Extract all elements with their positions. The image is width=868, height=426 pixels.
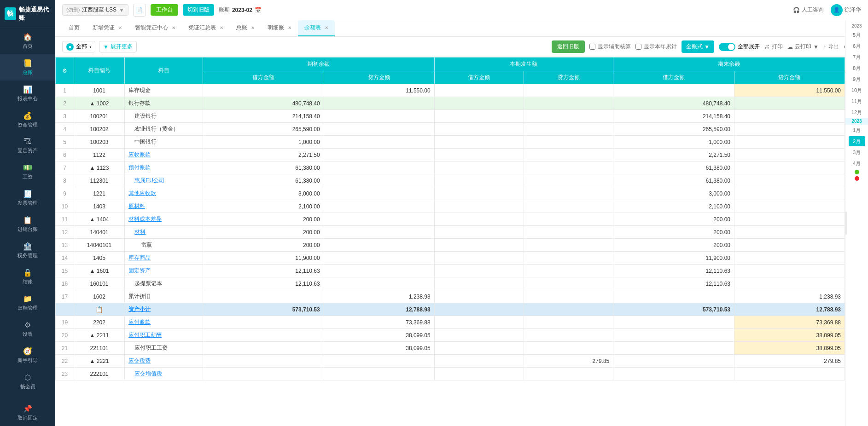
sidebar-item-invoice[interactable]: 🧾 发票管理 bbox=[0, 185, 55, 211]
account-name[interactable]: 固定资产 bbox=[125, 265, 203, 277]
account-name[interactable]: 应付账款 bbox=[125, 316, 203, 329]
month-11[interactable]: 11月 bbox=[849, 96, 865, 106]
sidebar-item-member[interactable]: ⬡ 畅会员 bbox=[0, 368, 55, 395]
tab-voucher-summary-close[interactable]: ✕ bbox=[220, 25, 223, 30]
month-5[interactable]: 5月 bbox=[849, 30, 865, 40]
sidebar-item-funds[interactable]: 💰 资金管理 bbox=[0, 107, 55, 133]
tab-smart-voucher-close[interactable]: ✕ bbox=[172, 25, 175, 30]
month-8[interactable]: 8月 bbox=[849, 63, 865, 73]
sidebar-item-settings[interactable]: ⚙ 设置 bbox=[0, 316, 55, 342]
show-aux-checkbox-group[interactable]: 显示辅助核算 bbox=[589, 43, 631, 51]
tab-new-voucher-close[interactable]: ✕ bbox=[118, 25, 122, 30]
tab-ledger[interactable]: 总账 ✕ bbox=[230, 20, 261, 36]
account-link[interactable]: 资产小计 bbox=[128, 306, 151, 312]
month-2-active[interactable]: 2月 bbox=[849, 136, 865, 146]
account-name[interactable]: 预付账款 bbox=[125, 161, 203, 174]
current-credit bbox=[524, 161, 613, 174]
tab-detail-close[interactable]: ✕ bbox=[288, 25, 291, 30]
account-link[interactable]: 材料成本差异 bbox=[128, 216, 162, 222]
workbench-button[interactable]: 工作台 bbox=[151, 4, 178, 16]
opening-debit: 12,110.63 bbox=[203, 277, 324, 290]
sidebar-item-close[interactable]: 🔒 结账 bbox=[0, 264, 55, 290]
sidebar-pin-toggle[interactable]: 📌 取消固定 bbox=[0, 400, 55, 426]
account-link[interactable]: 应交税费 bbox=[128, 357, 151, 364]
full-format-btn[interactable]: 全账式 ▼ bbox=[682, 40, 714, 53]
salary-icon: 💵 bbox=[23, 163, 32, 172]
account-name[interactable]: 应交税费 bbox=[125, 355, 203, 368]
expand-all-toggle[interactable] bbox=[719, 43, 735, 51]
account-name[interactable]: 材料 bbox=[125, 226, 203, 239]
account-name[interactable]: 应交增值税 bbox=[125, 368, 203, 380]
month-6[interactable]: 6月 bbox=[849, 41, 865, 51]
current-credit bbox=[524, 290, 613, 303]
sidebar-item-archive[interactable]: 📁 归档管理 bbox=[0, 290, 55, 316]
account-link[interactable]: 材料 bbox=[134, 229, 146, 235]
account-name[interactable]: 原材料 bbox=[125, 200, 203, 213]
company-selector[interactable]: (勿删) 江西股至-LSS ▼ bbox=[62, 4, 128, 16]
print-btn[interactable]: 🖨 打印 bbox=[764, 43, 783, 51]
tab-voucher-summary[interactable]: 凭证汇总表 ✕ bbox=[182, 20, 230, 36]
month-7[interactable]: 7月 bbox=[849, 52, 865, 62]
sidebar-item-assets[interactable]: 🏗 固定资产 bbox=[0, 133, 55, 159]
switch-version-button[interactable]: 切到旧版 bbox=[183, 4, 214, 16]
export-btn[interactable]: ↑ 导出 bbox=[823, 43, 839, 51]
topbar-doc-btn[interactable]: 📄 bbox=[133, 4, 146, 17]
account-name[interactable]: 资产小计 bbox=[125, 303, 203, 316]
sidebar-item-home[interactable]: 🏠 首页 bbox=[0, 28, 55, 54]
opening-debit: 265,590.00 bbox=[203, 123, 324, 136]
user-item[interactable]: 👤 徐泽华 bbox=[831, 4, 861, 16]
table-row: 171602累计折旧1,238.931,238.93 bbox=[56, 290, 845, 303]
cloud-print-btn[interactable]: ☁ 云打印 ▼ bbox=[787, 43, 819, 51]
account-name[interactable]: 应付职工薪酬 bbox=[125, 329, 203, 342]
show-annual-checkbox-group[interactable]: 显示本年累计 bbox=[635, 43, 677, 51]
sidebar-item-ledger[interactable]: 📒 总账 bbox=[0, 54, 55, 81]
show-aux-checkbox[interactable] bbox=[589, 44, 595, 50]
month-3[interactable]: 3月 bbox=[849, 147, 865, 157]
tab-new-voucher[interactable]: 新增凭证 ✕ bbox=[86, 20, 128, 36]
sidebar-item-tax[interactable]: 🏦 税务管理 bbox=[0, 237, 55, 264]
tab-smart-voucher[interactable]: 智能凭证中心 ✕ bbox=[128, 20, 182, 36]
account-name[interactable]: 其他应收款 bbox=[125, 187, 203, 200]
expand-more-btn[interactable]: ▼ 展开更多 bbox=[99, 41, 137, 52]
account-link[interactable]: 应付职工薪酬 bbox=[128, 332, 162, 338]
table-row: 8112301 惠属EU公司61,380.0061,380.00 bbox=[56, 174, 845, 187]
account-link[interactable]: 原材料 bbox=[128, 203, 145, 209]
current-debit bbox=[434, 123, 524, 136]
account-link[interactable]: 其他应收款 bbox=[128, 190, 156, 196]
sidebar-expand-icon[interactable]: ‹ bbox=[845, 212, 847, 235]
show-annual-checkbox[interactable] bbox=[635, 44, 641, 50]
sidebar-item-reports[interactable]: 📊 报表中心 bbox=[0, 81, 55, 107]
tab-home[interactable]: 首页 bbox=[62, 20, 86, 36]
tab-balance[interactable]: 余额表 ✕ bbox=[298, 20, 335, 36]
sidebar-item-guide[interactable]: 🧭 新手引导 bbox=[0, 342, 55, 368]
balance-table: ⚙ 科目编号 科目 期初余额 本期发生额 期末余额 借方金额 贷方金额 借方金额… bbox=[55, 57, 845, 380]
return-old-version-btn[interactable]: 返回旧版 bbox=[552, 40, 585, 53]
account-link[interactable]: 预付账款 bbox=[128, 164, 151, 171]
month-10[interactable]: 10月 bbox=[849, 85, 865, 95]
account-link[interactable]: 惠属EU公司 bbox=[134, 177, 164, 184]
month-4[interactable]: 4月 bbox=[849, 158, 865, 168]
account-link[interactable]: 应收账款 bbox=[128, 151, 151, 158]
help-item[interactable]: 🎧 人工咨询 bbox=[793, 6, 824, 14]
account-link[interactable]: 应付账款 bbox=[128, 319, 151, 325]
sidebar-item-sales[interactable]: 📋 进销台账 bbox=[0, 211, 55, 237]
account-name[interactable]: 应收账款 bbox=[125, 149, 203, 161]
month-1[interactable]: 1月 bbox=[849, 125, 865, 135]
row-number: 5 bbox=[56, 136, 74, 149]
account-name[interactable]: 材料成本差异 bbox=[125, 213, 203, 226]
filter-selector[interactable]: ● 全部 › bbox=[62, 41, 95, 52]
account-name[interactable]: 库存商品 bbox=[125, 252, 203, 265]
account-link[interactable]: 库存商品 bbox=[128, 254, 151, 261]
sidebar-item-salary[interactable]: 💵 工资 bbox=[0, 159, 55, 185]
account-link[interactable]: 应交增值税 bbox=[134, 370, 162, 377]
tab-ledger-close[interactable]: ✕ bbox=[251, 25, 255, 30]
tab-balance-close[interactable]: ✕ bbox=[325, 25, 328, 30]
tab-detail[interactable]: 明细账 ✕ bbox=[261, 20, 298, 36]
opening-debit: 12,110.63 bbox=[203, 265, 324, 277]
month-12[interactable]: 12月 bbox=[849, 107, 865, 117]
month-9[interactable]: 9月 bbox=[849, 74, 865, 84]
closing-credit bbox=[734, 200, 845, 213]
account-name[interactable]: 惠属EU公司 bbox=[125, 174, 203, 187]
filter-label: 全部 bbox=[76, 43, 87, 51]
account-link[interactable]: 固定资产 bbox=[128, 267, 151, 274]
